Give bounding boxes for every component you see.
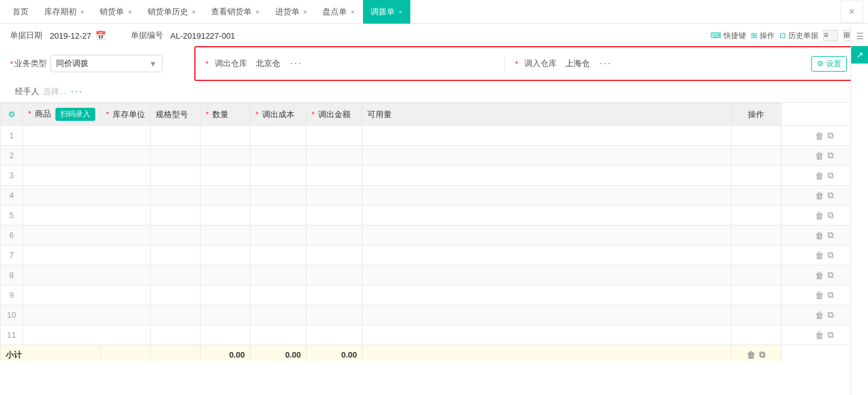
- unit-cell[interactable]: [151, 126, 200, 146]
- spec-cell[interactable]: [200, 325, 250, 345]
- qty-cell[interactable]: [250, 206, 306, 226]
- tab-inventory-init[interactable]: 库存期初 ×: [37, 0, 92, 24]
- cost-cell[interactable]: [306, 265, 362, 285]
- goods-cell[interactable]: [23, 285, 151, 305]
- amount-cell[interactable]: [362, 226, 731, 245]
- spec-cell[interactable]: [200, 166, 250, 186]
- copy-icon[interactable]: ⧉: [828, 250, 834, 260]
- delete-icon[interactable]: 🗑: [815, 330, 824, 340]
- cost-cell[interactable]: [306, 325, 362, 345]
- person-select[interactable]: 选择...: [43, 86, 66, 97]
- delete-icon[interactable]: 🗑: [815, 131, 824, 141]
- tab-view-sales-close[interactable]: ×: [255, 8, 259, 16]
- tab-transfer-order[interactable]: 调拨单 ×: [363, 0, 410, 24]
- sidebar-list-icon[interactable]: ☰: [851, 27, 868, 45]
- copy-icon[interactable]: ⧉: [828, 270, 834, 280]
- qty-cell[interactable]: [250, 305, 306, 325]
- transfer-out-dots[interactable]: ···: [290, 58, 302, 69]
- amount-cell[interactable]: [362, 186, 731, 206]
- tab-inventory-init-close[interactable]: ×: [80, 8, 84, 16]
- operations-button[interactable]: ⊞ 操作: [751, 31, 775, 41]
- unit-cell[interactable]: [151, 226, 200, 245]
- copy-icon[interactable]: ⧉: [828, 230, 834, 240]
- goods-cell[interactable]: [23, 325, 151, 345]
- amount-cell[interactable]: [362, 285, 731, 305]
- copy-icon[interactable]: ⧉: [828, 310, 834, 320]
- qty-cell[interactable]: [250, 186, 306, 206]
- spec-cell[interactable]: [200, 186, 250, 206]
- layout-list-icon[interactable]: ≡: [823, 30, 838, 41]
- qty-cell[interactable]: [250, 126, 306, 146]
- scan-button[interactable]: 扫码录入: [55, 108, 95, 121]
- amount-cell[interactable]: [362, 325, 731, 345]
- person-dots[interactable]: ···: [71, 86, 83, 97]
- qty-cell[interactable]: [250, 325, 306, 345]
- qty-cell[interactable]: [250, 166, 306, 186]
- tab-sales-history[interactable]: 销货单历史 ×: [140, 0, 204, 24]
- goods-cell[interactable]: [23, 226, 151, 245]
- cost-cell[interactable]: [306, 166, 362, 186]
- spec-cell[interactable]: [200, 305, 250, 325]
- spec-cell[interactable]: [200, 285, 250, 305]
- tab-sales-order[interactable]: 销货单 ×: [92, 0, 139, 24]
- amount-cell[interactable]: [362, 265, 731, 285]
- unit-cell[interactable]: [151, 305, 200, 325]
- qty-cell[interactable]: [250, 226, 306, 245]
- tab-purchase-order[interactable]: 进货单 ×: [268, 0, 315, 24]
- delete-icon[interactable]: 🗑: [815, 310, 824, 320]
- spec-cell[interactable]: [200, 146, 250, 166]
- subtotal-copy-icon[interactable]: ⧉: [759, 350, 765, 360]
- delete-icon[interactable]: 🗑: [815, 290, 824, 300]
- subtotal-delete-icon[interactable]: 🗑: [747, 350, 755, 360]
- cost-cell[interactable]: [306, 285, 362, 305]
- window-close-button[interactable]: ×: [841, 1, 863, 23]
- delete-icon[interactable]: 🗑: [815, 231, 824, 240]
- tab-sales-history-close[interactable]: ×: [192, 8, 196, 16]
- unit-cell[interactable]: [151, 206, 200, 226]
- calendar-icon[interactable]: 📅: [95, 31, 106, 40]
- cost-cell[interactable]: [306, 226, 362, 245]
- tab-view-sales[interactable]: 查看销货单 ×: [204, 0, 267, 24]
- goods-cell[interactable]: [23, 265, 151, 285]
- amount-cell[interactable]: [362, 146, 731, 166]
- amount-cell[interactable]: [362, 126, 731, 146]
- spec-cell[interactable]: [200, 126, 250, 146]
- tab-home[interactable]: 首页: [5, 0, 37, 24]
- cost-cell[interactable]: [306, 126, 362, 146]
- cost-cell[interactable]: [306, 146, 362, 166]
- tab-inventory-count-close[interactable]: ×: [351, 8, 354, 16]
- goods-cell[interactable]: [23, 186, 151, 206]
- qty-cell[interactable]: [250, 146, 306, 166]
- delete-icon[interactable]: 🗑: [815, 151, 824, 161]
- unit-cell[interactable]: [151, 166, 200, 186]
- unit-cell[interactable]: [151, 325, 200, 345]
- copy-icon[interactable]: ⧉: [828, 190, 834, 201]
- shortcuts-button[interactable]: ⌨ 快捷键: [710, 31, 746, 41]
- qty-cell[interactable]: [250, 265, 306, 285]
- tab-inventory-count[interactable]: 盘点单 ×: [315, 0, 362, 24]
- delete-icon[interactable]: 🗑: [815, 211, 824, 221]
- unit-cell[interactable]: [151, 285, 200, 305]
- amount-cell[interactable]: [362, 166, 731, 186]
- tab-purchase-order-close[interactable]: ×: [303, 8, 307, 16]
- tab-sales-order-close[interactable]: ×: [128, 8, 131, 16]
- amount-cell[interactable]: [362, 206, 731, 226]
- unit-cell[interactable]: [151, 245, 200, 265]
- qty-cell[interactable]: [250, 285, 306, 305]
- goods-cell[interactable]: [23, 146, 151, 166]
- goods-cell[interactable]: [23, 166, 151, 186]
- transfer-in-dots[interactable]: ···: [600, 58, 611, 69]
- spec-cell[interactable]: [200, 206, 250, 226]
- delete-icon[interactable]: 🗑: [815, 250, 824, 260]
- delete-icon[interactable]: 🗑: [815, 171, 824, 181]
- amount-cell[interactable]: [362, 305, 731, 325]
- sidebar-export-icon[interactable]: ↗: [851, 46, 868, 64]
- gear-settings-icon[interactable]: ⚙: [8, 110, 16, 119]
- spec-cell[interactable]: [200, 245, 250, 265]
- history-button[interactable]: ⊡ 历史单据: [780, 31, 818, 41]
- goods-cell[interactable]: [23, 126, 151, 146]
- goods-cell[interactable]: [23, 206, 151, 226]
- amount-cell[interactable]: [362, 245, 731, 265]
- spec-cell[interactable]: [200, 265, 250, 285]
- spec-cell[interactable]: [200, 226, 250, 245]
